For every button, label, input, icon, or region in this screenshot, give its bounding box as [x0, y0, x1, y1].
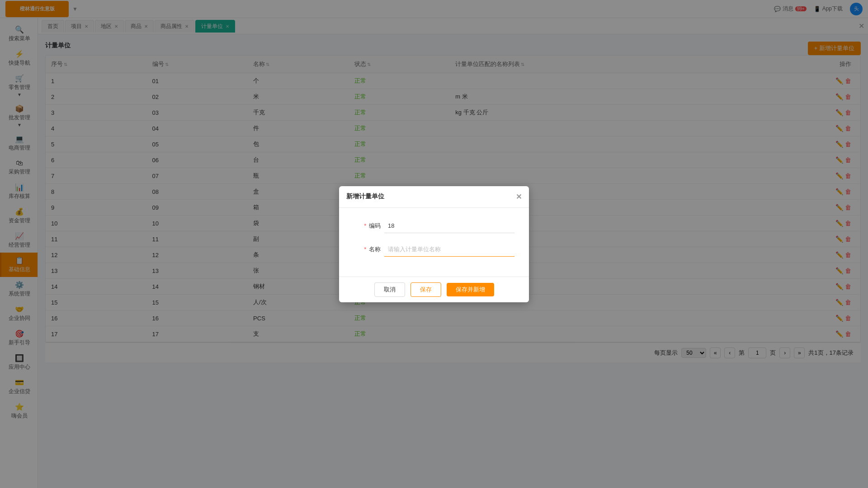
name-input[interactable]	[384, 242, 514, 257]
add-unit-modal: 新增计量单位 ✕ * 编码 * 名称 取消 保存 保存并新增	[339, 186, 529, 302]
required-star: *	[364, 222, 366, 229]
name-label: * 名称	[354, 245, 381, 253]
modal-header: 新增计量单位 ✕	[339, 186, 529, 208]
form-row-name: * 名称	[354, 242, 514, 257]
required-star: *	[364, 246, 366, 253]
modal-overlay: 新增计量单位 ✕ * 编码 * 名称 取消 保存 保存并新增	[0, 0, 868, 488]
code-label: * 编码	[354, 222, 381, 230]
modal-close-btn[interactable]: ✕	[516, 192, 522, 201]
cancel-button[interactable]: 取消	[374, 282, 405, 297]
save-and-new-button[interactable]: 保存并新增	[447, 283, 494, 296]
modal-body: * 编码 * 名称	[339, 208, 529, 277]
modal-footer: 取消 保存 保存并新增	[339, 277, 529, 302]
code-input[interactable]	[384, 219, 514, 233]
form-row-code: * 编码	[354, 219, 514, 233]
save-button[interactable]: 保存	[410, 282, 441, 297]
modal-title: 新增计量单位	[346, 192, 384, 201]
